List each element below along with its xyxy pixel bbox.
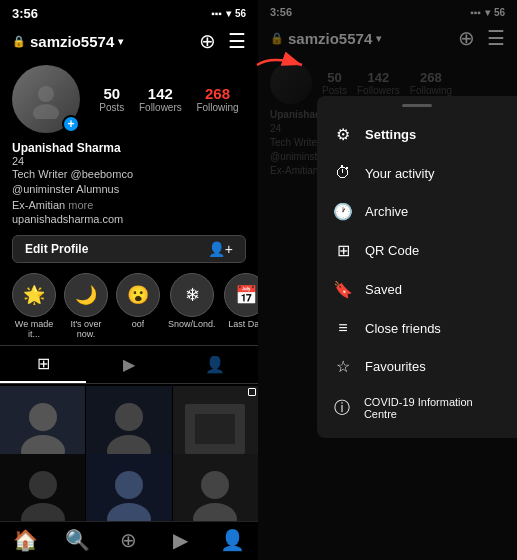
drawer-item-qr-code[interactable]: ⊞ QR Code	[317, 231, 517, 270]
highlights-row: 🌟 We made it... 🌙 It's over now. 😮 oof ❄…	[0, 269, 258, 345]
followers-stat[interactable]: 142 Followers	[139, 85, 182, 113]
following-stat[interactable]: 268 Following	[196, 85, 238, 113]
highlight-label-3: oof	[132, 319, 145, 329]
right-panel: 3:56 ▪▪▪ ▾ 56 🔒 samzio5574 ▾ ⊕ ☰ 50 Post…	[258, 0, 517, 560]
activity-icon: ⏱	[333, 164, 353, 182]
highlight-label-1: We made it...	[12, 319, 56, 339]
username-left: samzio5574	[30, 33, 114, 50]
photo-cell-6[interactable]	[173, 454, 258, 521]
nav-home[interactable]: 🏠	[0, 528, 52, 552]
photo-cell-4[interactable]	[0, 454, 85, 521]
bio-more[interactable]: more	[68, 199, 93, 211]
edit-profile-button[interactable]: Edit Profile 👤+	[12, 235, 246, 263]
chevron-down-icon: ▾	[118, 36, 123, 47]
status-icons-left: ▪▪▪ ▾ 56	[211, 8, 246, 19]
time-left: 3:56	[12, 6, 38, 21]
edit-profile-label: Edit Profile	[25, 242, 88, 256]
highlight-circle-5: 📅	[224, 273, 258, 317]
drawer-close-friends-label: Close friends	[365, 321, 441, 336]
svg-point-1	[33, 104, 59, 119]
highlight-item-3[interactable]: 😮 oof	[116, 273, 160, 339]
svg-point-3	[29, 403, 57, 431]
profile-section: + 50 Posts 142 Followers 268 Following	[0, 59, 258, 139]
bio-line1: Tech Writer @beebomco	[12, 168, 133, 180]
svg-rect-10	[195, 414, 235, 444]
drawer-activity-label: Your activity	[365, 166, 435, 181]
highlight-circle-4: ❄	[170, 273, 214, 317]
nav-reels[interactable]: ▶	[155, 528, 207, 552]
highlight-item-4[interactable]: ❄ Snow/Lond...	[168, 273, 216, 339]
battery-icon: 56	[235, 8, 246, 19]
status-bar-left: 3:56 ▪▪▪ ▾ 56	[0, 0, 258, 25]
following-label: Following	[196, 102, 238, 113]
left-panel: 3:56 ▪▪▪ ▾ 56 🔒 samzio5574 ▾ ⊕ ☰ +	[0, 0, 258, 560]
drawer-item-saved[interactable]: 🔖 Saved	[317, 270, 517, 309]
drawer-archive-label: Archive	[365, 204, 408, 219]
posts-stat: 50 Posts	[99, 85, 124, 113]
saved-icon: 🔖	[333, 280, 353, 299]
tab-reels[interactable]: ▶	[86, 346, 172, 383]
highlight-item-2[interactable]: 🌙 It's over now.	[64, 273, 108, 339]
drawer-item-favourites[interactable]: ☆ Favourites	[317, 347, 517, 386]
posts-count: 50	[103, 85, 120, 102]
settings-icon: ⚙	[333, 125, 353, 144]
profile-tabs: ⊞ ▶ 👤	[0, 345, 258, 384]
svg-point-18	[201, 471, 229, 499]
lock-icon: 🔒	[12, 35, 26, 48]
drawer-item-archive[interactable]: 🕐 Archive	[317, 192, 517, 231]
bio-line3: Ex-Amitian	[12, 199, 65, 211]
drawer-covid-label: COVID-19 Information Centre	[364, 396, 501, 420]
avatar-container: +	[12, 65, 80, 133]
drawer-qr-label: QR Code	[365, 243, 419, 258]
drawer-item-your-activity[interactable]: ⏱ Your activity	[317, 154, 517, 192]
drawer-settings-label: Settings	[365, 127, 416, 142]
profile-header-left: 🔒 samzio5574 ▾ ⊕ ☰	[0, 25, 258, 59]
menu-icon[interactable]: ☰	[228, 29, 246, 53]
signal-icon: ▪▪▪	[211, 8, 222, 19]
profile-website[interactable]: upanishadsharma.com	[12, 213, 246, 225]
svg-point-12	[29, 471, 57, 499]
highlight-label-5: Last Day	[228, 319, 258, 329]
highlight-circle-3: 😮	[116, 273, 160, 317]
photo-cell-5[interactable]	[86, 454, 171, 521]
followers-label: Followers	[139, 102, 182, 113]
highlight-circle-2: 🌙	[64, 273, 108, 317]
add-post-icon[interactable]: ⊕	[199, 29, 216, 53]
svg-point-6	[115, 403, 143, 431]
drawer-item-close-friends[interactable]: ≡ Close friends	[317, 309, 517, 347]
highlight-label-2: It's over now.	[64, 319, 108, 339]
stats-row: 50 Posts 142 Followers 268 Following	[92, 85, 246, 113]
covid-icon: ⓘ	[333, 398, 352, 419]
nav-add[interactable]: ⊕	[103, 528, 155, 552]
tab-tagged[interactable]: 👤	[172, 346, 258, 383]
drawer-panel: ⚙ Settings ⏱ Your activity 🕐 Archive ⊞ Q…	[317, 96, 517, 438]
highlight-item-5[interactable]: 📅 Last Day	[224, 273, 258, 339]
following-count: 268	[205, 85, 230, 102]
archive-icon: 🕐	[333, 202, 353, 221]
arrow-container	[252, 50, 312, 84]
profile-info: Upanishad Sharma 24 Tech Writer @beebomc…	[0, 139, 258, 231]
close-friends-icon: ≡	[333, 319, 353, 337]
highlight-item-1[interactable]: 🌟 We made it...	[12, 273, 56, 339]
username-container[interactable]: 🔒 samzio5574 ▾	[12, 33, 123, 50]
highlight-label-4: Snow/Lond...	[168, 319, 216, 329]
bottom-nav: 🏠 🔍 ⊕ ▶ 👤	[0, 521, 258, 560]
nav-search[interactable]: 🔍	[52, 528, 104, 552]
photo-grid	[0, 386, 258, 521]
nav-profile[interactable]: 👤	[206, 528, 258, 552]
followers-count: 142	[148, 85, 173, 102]
add-story-badge[interactable]: +	[62, 115, 80, 133]
wifi-icon: ▾	[226, 8, 231, 19]
drawer-item-settings[interactable]: ⚙ Settings	[317, 115, 517, 154]
drawer-saved-label: Saved	[365, 282, 402, 297]
profile-age: 24	[12, 155, 246, 167]
drawer-handle	[402, 104, 432, 107]
favourites-icon: ☆	[333, 357, 353, 376]
profile-bio: Tech Writer @beebomco @uniminster Alumnu…	[12, 167, 246, 213]
tab-grid[interactable]: ⊞	[0, 346, 86, 383]
drawer-item-covid[interactable]: ⓘ COVID-19 Information Centre	[317, 386, 517, 430]
svg-point-0	[38, 86, 54, 102]
arrow-annotation	[252, 50, 312, 80]
drawer-overlay: ⚙ Settings ⏱ Your activity 🕐 Archive ⊞ Q…	[258, 0, 517, 560]
qr-icon: ⊞	[333, 241, 353, 260]
